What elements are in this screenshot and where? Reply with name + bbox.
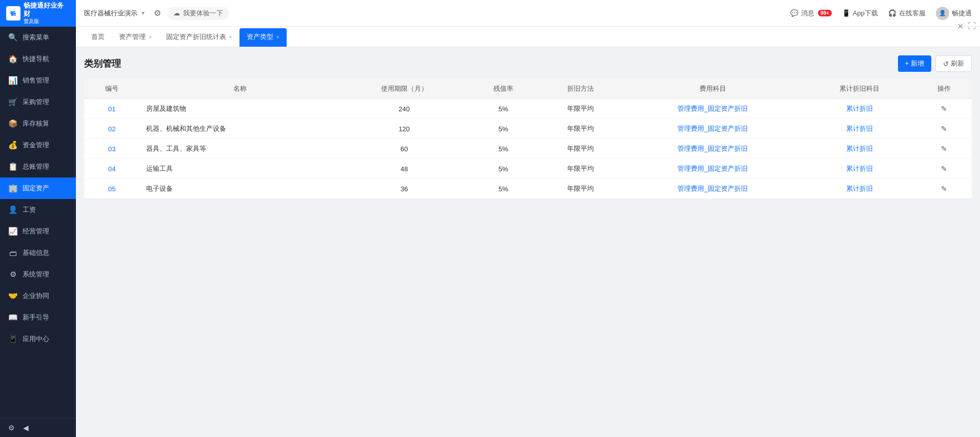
refresh-icon: ↺ (943, 60, 949, 68)
sidebar-collapse-icon[interactable]: ◀ (23, 424, 29, 432)
quick-nav-icon: 🏠 (8, 54, 17, 64)
col-header: 费用科目 (623, 79, 803, 99)
customer-service-button[interactable]: 🎧 在线客服 (888, 9, 926, 18)
tab-close-fixed-asset-depreciation[interactable]: × (229, 34, 232, 40)
row-period: 120 (340, 119, 468, 139)
row-accum-account: 累计折旧 (803, 99, 916, 119)
row-name: 器具、工具、家具等 (140, 139, 341, 159)
sidebar-item-label-ledger: 总账管理 (23, 162, 49, 171)
inventory-icon: 📦 (8, 119, 17, 128)
experience-button[interactable]: ☁ 我要体验一下 (167, 7, 229, 20)
sidebar: 畅 畅捷通好业务财 普及版 🔍 搜索菜单 🏠 快捷导航 📊 销售管理 🛒 采购管… (0, 0, 76, 437)
capital-icon: 💰 (8, 141, 17, 150)
ledger-icon: 📋 (8, 162, 17, 171)
col-header: 累计折旧科目 (803, 79, 916, 99)
sidebar-item-operations[interactable]: 📈 经营管理 (0, 221, 76, 242)
edit-icon[interactable]: ✎ (941, 125, 947, 133)
row-name: 电子设备 (140, 179, 341, 199)
row-action[interactable]: ✎ (916, 179, 972, 199)
content-area: 类别管理 + 新增 ↺ 刷新 编号名称使用期限（月）残值率折旧方法费用科目累计折… (76, 47, 980, 437)
sidebar-item-app-center[interactable]: 📱 应用中心 (0, 328, 76, 350)
sidebar-item-collab[interactable]: 🤝 企业协同 (0, 285, 76, 307)
user-profile-button[interactable]: 👤 畅捷通 (936, 7, 972, 20)
cloud-icon: ☁ (173, 9, 180, 17)
row-residual-rate: 5% (468, 99, 538, 119)
tab-label-asset-mgmt: 资产管理 (119, 32, 146, 42)
maximize-window-button[interactable]: ⛶ (968, 22, 976, 31)
app-download-button[interactable]: 📱 App下载 (842, 9, 878, 18)
table-row: 03 器具、工具、家具等 60 5% 年限平均 管理费用_固定资产折旧 累计折旧… (84, 139, 972, 159)
sidebar-item-fixed-asset[interactable]: 🏢 固定资产 (0, 177, 76, 199)
app-center-icon: 📱 (8, 334, 17, 344)
row-residual-rate: 5% (468, 139, 538, 159)
edit-icon[interactable]: ✎ (941, 105, 947, 113)
topbar-right: 💬 消息 99+ 📱 App下载 🎧 在线客服 👤 畅捷通 (790, 7, 972, 20)
new-button[interactable]: + 新增 (898, 55, 931, 72)
row-residual-rate: 5% (468, 119, 538, 139)
sidebar-item-label-basic-info: 基础信息 (23, 248, 49, 257)
sidebar-item-label-app-center: 应用中心 (23, 334, 49, 344)
sidebar-settings-icon[interactable]: ⚙ (8, 424, 15, 432)
sidebar-item-sales[interactable]: 📊 销售管理 (0, 70, 76, 91)
sidebar-item-capital[interactable]: 💰 资金管理 (0, 134, 76, 156)
system-icon: ⚙ (8, 270, 17, 279)
edit-icon[interactable]: ✎ (941, 145, 947, 153)
tab-label-asset-type: 资产类型 (247, 32, 273, 42)
sidebar-item-system[interactable]: ⚙ 系统管理 (0, 264, 76, 285)
col-header: 折旧方法 (538, 79, 623, 99)
row-accum-account: 累计折旧 (803, 119, 916, 139)
sidebar-item-inventory[interactable]: 📦 库存核算 (0, 113, 76, 134)
col-header: 残值率 (468, 79, 538, 99)
app-edition: 普及版 (24, 18, 70, 25)
refresh-button[interactable]: ↺ 刷新 (935, 55, 972, 72)
tab-asset-type[interactable]: 资产类型× (239, 28, 287, 47)
row-accum-account: 累计折旧 (803, 139, 916, 159)
sidebar-item-label-system: 系统管理 (23, 270, 49, 279)
row-residual-rate: 5% (468, 159, 538, 179)
row-action[interactable]: ✎ (916, 139, 972, 159)
row-period: 60 (340, 139, 468, 159)
page-title: 类别管理 (84, 57, 121, 70)
row-expense-account: 管理费用_固定资产折旧 (623, 159, 803, 179)
edit-icon[interactable]: ✎ (941, 165, 947, 173)
row-residual-rate: 5% (468, 179, 538, 199)
data-table-container: 编号名称使用期限（月）残值率折旧方法费用科目累计折旧科目操作 01 房屋及建筑物… (84, 79, 972, 198)
table-row: 01 房屋及建筑物 240 5% 年限平均 管理费用_固定资产折旧 累计折旧 ✎ (84, 99, 972, 119)
table-header-row: 编号名称使用期限（月）残值率折旧方法费用科目累计折旧科目操作 (84, 79, 972, 99)
messages-button[interactable]: 💬 消息 99+ (790, 9, 832, 18)
workspace-selector[interactable]: 医疗器械行业演示 ▼ (84, 9, 146, 18)
tab-close-asset-mgmt[interactable]: × (149, 34, 152, 40)
sidebar-item-basic-info[interactable]: 🗃 基础信息 (0, 242, 76, 264)
tab-fixed-asset-depreciation[interactable]: 固定资产折旧统计表× (159, 28, 239, 47)
col-header: 操作 (916, 79, 972, 99)
table-body: 01 房屋及建筑物 240 5% 年限平均 管理费用_固定资产折旧 累计折旧 ✎… (84, 99, 972, 199)
row-code: 04 (84, 159, 140, 179)
header-actions: + 新增 ↺ 刷新 (898, 55, 972, 72)
row-action[interactable]: ✎ (916, 159, 972, 179)
tab-asset-mgmt[interactable]: 资产管理× (112, 28, 159, 47)
purchase-icon: 🛒 (8, 97, 17, 107)
sidebar-item-payroll[interactable]: 👤 工资 (0, 199, 76, 221)
operations-icon: 📈 (8, 227, 17, 236)
close-window-button[interactable]: ✕ (957, 22, 964, 31)
tabbar: 首页资产管理×固定资产折旧统计表×资产类型× (76, 27, 980, 47)
sidebar-item-guide[interactable]: 📖 新手引导 (0, 307, 76, 328)
main-area: 医疗器械行业演示 ▼ ⚙ ☁ 我要体验一下 💬 消息 99+ 📱 App下载 🎧… (76, 0, 980, 437)
tab-home[interactable]: 首页 (84, 28, 112, 47)
workspace-settings-icon[interactable]: ⚙ (154, 8, 161, 18)
row-expense-account: 管理费用_固定资产折旧 (623, 119, 803, 139)
sidebar-item-quick-nav[interactable]: 🏠 快捷导航 (0, 48, 76, 70)
tab-close-asset-type[interactable]: × (276, 34, 279, 40)
sidebar-item-ledger[interactable]: 📋 总账管理 (0, 156, 76, 177)
row-code: 01 (84, 99, 140, 119)
row-name: 房屋及建筑物 (140, 99, 341, 119)
sidebar-nav: 🔍 搜索菜单 🏠 快捷导航 📊 销售管理 🛒 采购管理 📦 库存核算 💰 资金管… (0, 27, 76, 418)
row-action[interactable]: ✎ (916, 99, 972, 119)
guide-icon: 📖 (8, 313, 17, 322)
sidebar-item-label-fixed-asset: 固定资产 (23, 184, 49, 193)
sidebar-item-search[interactable]: 🔍 搜索菜单 (0, 27, 76, 48)
edit-icon[interactable]: ✎ (941, 185, 947, 193)
tab-label-home: 首页 (91, 32, 105, 42)
sidebar-item-purchase[interactable]: 🛒 采购管理 (0, 91, 76, 113)
row-action[interactable]: ✎ (916, 119, 972, 139)
